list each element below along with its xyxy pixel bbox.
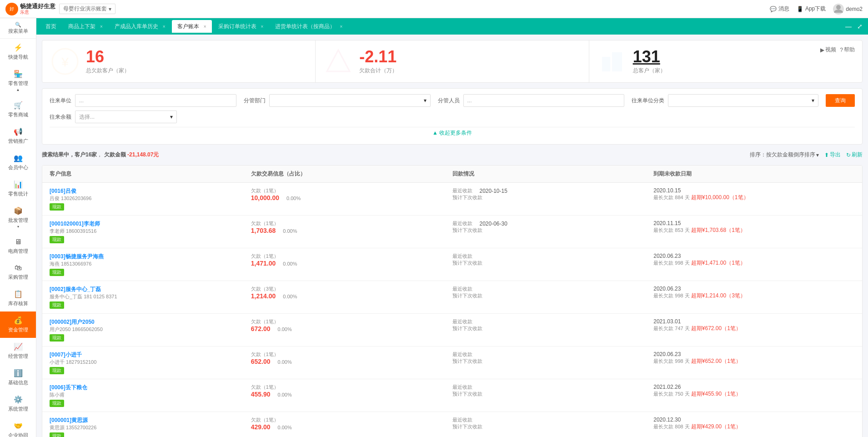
- recovery-label-0: 最近收款: [452, 187, 472, 194]
- customer-info-cell: [0001020001]李老师 李老师 18600391516 现款: [50, 220, 251, 243]
- overdue-amount-1[interactable]: 超期¥1,703.68（1笔）: [691, 227, 746, 233]
- table-row: [000002]用户2050 用户2050 18665062050 现款 欠款（…: [42, 314, 862, 347]
- overdue-amount-2[interactable]: 超期¥1,471.00（1笔）: [691, 260, 746, 266]
- filter-label-dept: 分管部门: [244, 97, 266, 105]
- tab-collapse-btn[interactable]: —: [843, 22, 853, 31]
- customer-name-2[interactable]: [0003]畅捷服务尹海燕: [50, 253, 104, 260]
- collapse-row[interactable]: ▲ 收起更多条件: [50, 127, 855, 139]
- debt-amount-5[interactable]: 652.00: [251, 358, 271, 365]
- sidebar-item-members[interactable]: 👥 会员中心: [0, 149, 36, 176]
- overdue-amount-3[interactable]: 超期¥1,214.00（3笔）: [691, 292, 746, 299]
- table-header: 客户信息 欠款交易信息（占比） 回款情况 到期未收款日期: [42, 166, 862, 183]
- customer-name-0[interactable]: [0016]吕俊: [50, 188, 76, 194]
- sidebar-item-retail-store[interactable]: 🛒 零售商城: [0, 96, 36, 123]
- tab-expand-btn[interactable]: ⤢: [855, 22, 864, 31]
- search-btn[interactable]: 查询: [826, 94, 855, 107]
- table-row: [000001]黄思源 黄思源 13552700226 现款 欠款（1笔） 42…: [42, 412, 862, 437]
- tab-product-history-label: 产成品入库单历史: [115, 23, 158, 30]
- th-debt-info: 欠款交易信息（占比）: [251, 170, 452, 178]
- sidebar-item-purchase[interactable]: 🛍 采购管理: [0, 259, 36, 285]
- recovery-label-6: 最近收款: [452, 384, 472, 391]
- sidebar-item-retail-stats[interactable]: 📊 零售统计: [0, 176, 36, 202]
- org-selector[interactable]: 母婴行业演示账套 ▾: [59, 4, 115, 14]
- tab-product-history[interactable]: 产成品入库单历史 ×: [109, 20, 171, 33]
- sidebar-item-enterprise[interactable]: 🤝 企业协同: [0, 417, 36, 437]
- sidebar-item-batch-manage[interactable]: 📦 批发管理 ▾: [0, 202, 36, 233]
- sidebar-item-quick-nav[interactable]: ⚡ 快捷导航: [0, 39, 36, 65]
- table-row: [0003]畅捷服务尹海燕 海燕 18513066976 现款 欠款（1笔） 1…: [42, 248, 862, 281]
- refresh-btn[interactable]: ↻ 刷新: [846, 151, 863, 159]
- debt-amount-7[interactable]: 429.00: [251, 423, 271, 431]
- debt-percent-3: 0.00%: [283, 294, 297, 299]
- retail-manage-label: 零售管理: [8, 80, 28, 87]
- tab-product-status-close[interactable]: ×: [100, 24, 103, 29]
- help-icon: ?: [840, 47, 843, 53]
- customer-name-5[interactable]: [0007]小进千: [50, 352, 82, 358]
- result-debt-value: -21,148.07元: [127, 151, 159, 158]
- overdue-date-2: 2020.06.23: [653, 253, 855, 259]
- user-menu[interactable]: demo2: [833, 4, 863, 15]
- sidebar-item-ecommerce[interactable]: 🖥 电商管理: [0, 233, 36, 259]
- tab-import-stats[interactable]: 进货单统计表（按商品） ×: [270, 20, 348, 33]
- tab-customer-account-close[interactable]: ×: [204, 24, 206, 29]
- sidebar-item-retail-manage[interactable]: 🏪 零售管理 ▲: [0, 65, 36, 96]
- overdue-amount-5[interactable]: 超期¥652.00（1笔）: [691, 358, 741, 364]
- overdue-amount-7[interactable]: 超期¥429.00（1笔）: [691, 423, 741, 430]
- tab-product-status[interactable]: 商品上下架 ×: [63, 20, 108, 33]
- overdue-amount-6[interactable]: 超期¥455.90（1笔）: [691, 391, 741, 397]
- sidebar-item-system[interactable]: ⚙️ 系统管理: [0, 391, 36, 417]
- next-pay-label-5: 预计下次收款: [452, 358, 654, 365]
- filter-select-dept[interactable]: ▾: [269, 94, 431, 107]
- inventory-icon: 📋: [14, 290, 23, 298]
- recovery-cell-1: 最近收款 2020-06-30 预计下次收款: [452, 220, 654, 234]
- sidebar-item-basic-info[interactable]: ℹ️ 基础信息: [0, 364, 36, 391]
- customer-name-3[interactable]: [0002]服务中心_丁磊: [50, 286, 101, 292]
- sidebar-item-marketing[interactable]: 📢 营销推广: [0, 123, 36, 149]
- filter-select-balance[interactable]: 选择... ▾: [75, 111, 177, 123]
- tab-customer-account[interactable]: 客户账本 ×: [172, 20, 212, 33]
- export-icon: ⬆: [824, 152, 829, 158]
- customer-name-1[interactable]: [0001020001]李老师: [50, 221, 100, 227]
- tab-import-stats-close[interactable]: ×: [340, 24, 342, 29]
- overdue-amount-0[interactable]: 超期¥10,000.00（1笔）: [691, 194, 749, 201]
- tab-purchase-order[interactable]: 采购订单统计表 ×: [213, 20, 269, 33]
- debt-note-1: 欠款（1笔）: [251, 220, 452, 227]
- filter-select-category[interactable]: ▾: [668, 94, 818, 107]
- members-label: 会员中心: [8, 164, 28, 171]
- tab-purchase-order-close[interactable]: ×: [261, 24, 264, 29]
- sort-selector[interactable]: 排序：按欠款金额倒序排序 ▾: [750, 151, 819, 159]
- debt-info-cell-6: 欠款（1笔） 455.90 0.00%: [251, 384, 452, 398]
- debt-amount-4[interactable]: 672.00: [251, 325, 271, 332]
- export-btn[interactable]: ⬆ 导出: [824, 151, 841, 159]
- sidebar-item-operations[interactable]: 📈 经营管理: [0, 338, 36, 364]
- tab-product-history-close[interactable]: ×: [163, 24, 166, 29]
- sidebar: 🔍 搜索菜单 ⚡ 快捷导航 🏪 零售管理 ▲ 🛒 零售商城 📢 营销推广 👥 会…: [0, 18, 36, 437]
- overdue-date-4: 2021.03.01: [653, 318, 855, 325]
- sidebar-item-capital[interactable]: 💰 资金管理: [0, 311, 36, 338]
- sidebar-item-inventory[interactable]: 📋 库存核算: [0, 285, 36, 311]
- video-action-btn[interactable]: ▶ 视频: [820, 46, 836, 54]
- result-debt-label: 欠款金额: [104, 151, 126, 158]
- debt-percent-4: 0.00%: [278, 326, 292, 332]
- debt-note-7: 欠款（1笔）: [251, 417, 452, 423]
- app-download-btn[interactable]: 📱 App下载: [797, 5, 826, 13]
- tab-import-stats-label: 进货单统计表（按商品）: [275, 23, 335, 30]
- tab-home[interactable]: 首页: [40, 20, 62, 33]
- customer-contact-7: 黄思源 13552700226: [50, 424, 251, 431]
- help-action-btn[interactable]: ? 帮助: [840, 46, 855, 54]
- debt-amount-0[interactable]: 10,000.00: [251, 194, 279, 201]
- filter-item-person: 分管人员 ...: [438, 94, 625, 107]
- message-btn[interactable]: 💬 消息: [770, 5, 789, 13]
- debt-amount-2[interactable]: 1,471.00: [251, 260, 276, 267]
- overdue-amount-4[interactable]: 超期¥672.00（1笔）: [691, 325, 741, 332]
- sidebar-search[interactable]: 🔍 搜索菜单: [0, 18, 36, 39]
- main-content: 首页 商品上下架 × 产成品入库单历史 × 客户账本 × 采购订单统计表 × 进…: [36, 18, 868, 437]
- filter-input-unit[interactable]: ...: [75, 94, 236, 107]
- debt-amount-3[interactable]: 1,214.00: [251, 292, 276, 300]
- debt-amount-1[interactable]: 1,703.68: [251, 227, 276, 234]
- customer-name-7[interactable]: [000001]黄思源: [50, 417, 88, 423]
- customer-name-6[interactable]: [0006]丢下粮仓: [50, 384, 87, 391]
- customer-name-4[interactable]: [000002]用户2050: [50, 319, 95, 325]
- debt-amount-6[interactable]: 455.90: [251, 391, 271, 398]
- filter-input-person[interactable]: ...: [463, 94, 625, 107]
